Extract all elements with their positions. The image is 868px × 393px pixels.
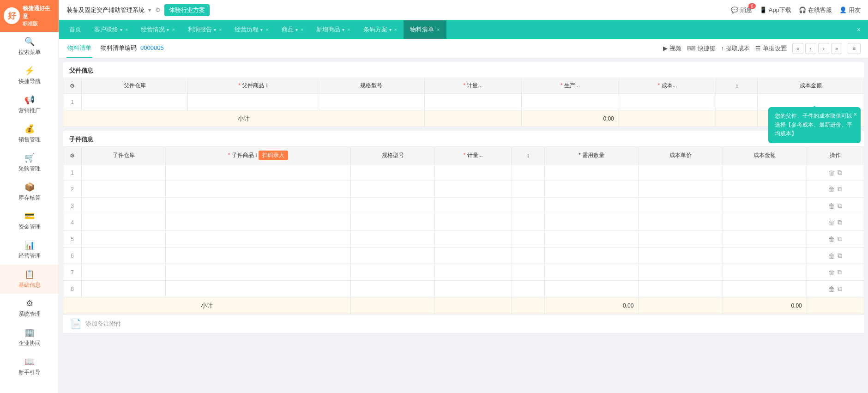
sidebar-item-system[interactable]: ⚙ 系统管理: [0, 294, 59, 323]
next-page-arrow[interactable]: ›: [818, 43, 829, 54]
child-unit-cost-cell[interactable]: [639, 198, 723, 214]
parent-spec-cell[interactable]: [318, 94, 424, 110]
child-col-settings[interactable]: ⚙: [63, 147, 82, 164]
child-spec-cell[interactable]: [350, 181, 434, 198]
child-unit-cost-cell[interactable]: [639, 264, 723, 281]
close-tab-icon[interactable]: ×: [125, 27, 128, 32]
tooltip-close-button[interactable]: ×: [853, 110, 857, 120]
tab-bom[interactable]: 物料清单 ×: [404, 20, 446, 39]
child-spec-cell[interactable]: [350, 164, 434, 181]
tab-home[interactable]: 首页: [63, 20, 88, 39]
delete-icon[interactable]: 🗑: [828, 202, 835, 210]
child-unit-cost-cell[interactable]: [639, 181, 723, 198]
child-unit-cell[interactable]: [435, 231, 512, 248]
child-cost-amount-cell[interactable]: [723, 248, 807, 264]
child-spec-cell[interactable]: [350, 214, 434, 231]
child-quantity-cell[interactable]: [544, 164, 638, 181]
delete-icon[interactable]: 🗑: [828, 236, 835, 243]
parent-col-settings[interactable]: ⚙: [63, 78, 82, 94]
grid-view-toggle[interactable]: ≡: [848, 43, 861, 54]
child-cost-amount-cell[interactable]: [723, 281, 807, 297]
child-cost-amount-cell[interactable]: [723, 181, 807, 198]
child-unit-cell[interactable]: [435, 248, 512, 264]
sidebar-item-operation[interactable]: 📊 经营管理: [0, 236, 59, 265]
child-quantity-cell[interactable]: [544, 231, 638, 248]
child-spec-cell[interactable]: [350, 198, 434, 214]
child-unit-cost-cell[interactable]: [639, 214, 723, 231]
sidebar-item-inventory[interactable]: 📦 库存核算: [0, 177, 59, 206]
child-cost-amount-cell[interactable]: [723, 198, 807, 214]
child-product-cell[interactable]: [166, 164, 351, 181]
child-quantity-cell[interactable]: [544, 248, 638, 264]
tab-profit[interactable]: 利润报告 ▾ ×: [181, 20, 228, 39]
child-product-cell[interactable]: [166, 214, 351, 231]
prev-page-arrow[interactable]: ‹: [805, 43, 816, 54]
copy-icon[interactable]: ⧉: [838, 252, 842, 260]
sidebar-item-basic-info[interactable]: 📋 基础信息: [0, 265, 59, 294]
close-tab-icon[interactable]: ×: [172, 27, 175, 32]
child-product-cell[interactable]: [166, 248, 351, 264]
copy-icon[interactable]: ⧉: [838, 268, 842, 276]
close-all-tabs[interactable]: ×: [853, 26, 864, 33]
user-menu[interactable]: 👤 用友: [839, 6, 861, 14]
sub-tab-bom-code[interactable]: 物料清单编码 0000005: [100, 39, 165, 58]
settings-icon[interactable]: ⚙: [155, 6, 161, 13]
delete-icon[interactable]: 🗑: [828, 169, 835, 176]
child-spec-cell[interactable]: [350, 248, 434, 264]
close-tab-icon[interactable]: ×: [219, 27, 222, 32]
child-unit-cost-cell[interactable]: [639, 248, 723, 264]
close-tab-icon[interactable]: ×: [394, 27, 397, 32]
sidebar-item-purchase[interactable]: 🛒 采购管理: [0, 148, 59, 177]
child-unit-cell[interactable]: [435, 281, 512, 297]
child-unit-cell[interactable]: [435, 164, 512, 181]
child-quantity-cell[interactable]: [544, 198, 638, 214]
close-tab-icon[interactable]: ×: [437, 27, 440, 32]
child-spec-cell[interactable]: [350, 281, 434, 297]
delete-icon[interactable]: 🗑: [828, 186, 835, 193]
child-spec-cell[interactable]: [350, 231, 434, 248]
delete-icon[interactable]: 🗑: [828, 219, 835, 226]
sidebar-item-marketing[interactable]: 📢 营销推广: [0, 90, 59, 119]
child-quantity-cell[interactable]: [544, 281, 638, 297]
dropdown-arrow[interactable]: ▾: [148, 6, 151, 13]
copy-icon[interactable]: ⧉: [838, 185, 842, 193]
child-warehouse-cell[interactable]: [82, 231, 166, 248]
child-unit-cell[interactable]: [435, 264, 512, 281]
child-quantity-cell[interactable]: [544, 214, 638, 231]
first-page-arrow[interactable]: «: [792, 43, 803, 54]
child-cost-amount-cell[interactable]: [723, 264, 807, 281]
tab-history[interactable]: 经营历程 ▾ ×: [228, 20, 275, 39]
sub-tab-bom-list[interactable]: 物料清单: [66, 39, 92, 58]
copy-icon[interactable]: ⧉: [838, 285, 842, 293]
delete-icon[interactable]: 🗑: [828, 285, 835, 293]
close-tab-icon[interactable]: ×: [301, 27, 303, 32]
delete-icon[interactable]: 🗑: [828, 252, 835, 260]
try-button[interactable]: 体验行业方案: [164, 4, 210, 16]
child-unit-cost-cell[interactable]: [639, 164, 723, 181]
copy-icon[interactable]: ⧉: [838, 169, 842, 176]
child-unit-cell[interactable]: [435, 198, 512, 214]
tab-business[interactable]: 经营情况 ▾ ×: [134, 20, 181, 39]
child-unit-cost-cell[interactable]: [639, 231, 723, 248]
child-cost-amount-cell[interactable]: [723, 214, 807, 231]
child-product-cell[interactable]: [166, 281, 351, 297]
child-unit-cell[interactable]: [435, 181, 512, 198]
child-product-cell[interactable]: [166, 231, 351, 248]
copy-icon[interactable]: ⧉: [838, 235, 842, 243]
tab-product[interactable]: 商品 ▾ ×: [275, 20, 310, 39]
sidebar-item-enterprise[interactable]: 🏢 企业协同: [0, 323, 59, 352]
sidebar-item-finance[interactable]: 💳 资金管理: [0, 206, 59, 236]
parent-warehouse-cell[interactable]: [82, 94, 188, 110]
child-quantity-cell[interactable]: [544, 264, 638, 281]
child-warehouse-cell[interactable]: [82, 248, 166, 264]
child-warehouse-cell[interactable]: [82, 264, 166, 281]
sidebar-item-sales[interactable]: 💰 销售管理: [0, 119, 59, 148]
app-download[interactable]: 📱 App下载: [760, 6, 791, 14]
child-product-cell[interactable]: [166, 198, 351, 214]
single-setting-action[interactable]: ☰ 单据设置: [755, 44, 787, 53]
tab-barcode[interactable]: 条码方案 ▾ ×: [357, 20, 404, 39]
sidebar-item-search[interactable]: 🔍 搜索菜单: [0, 32, 59, 61]
copy-icon[interactable]: ⧉: [838, 202, 842, 210]
child-unit-cell[interactable]: [435, 214, 512, 231]
extract-cost-action[interactable]: ↑ 提取成本: [721, 44, 750, 53]
